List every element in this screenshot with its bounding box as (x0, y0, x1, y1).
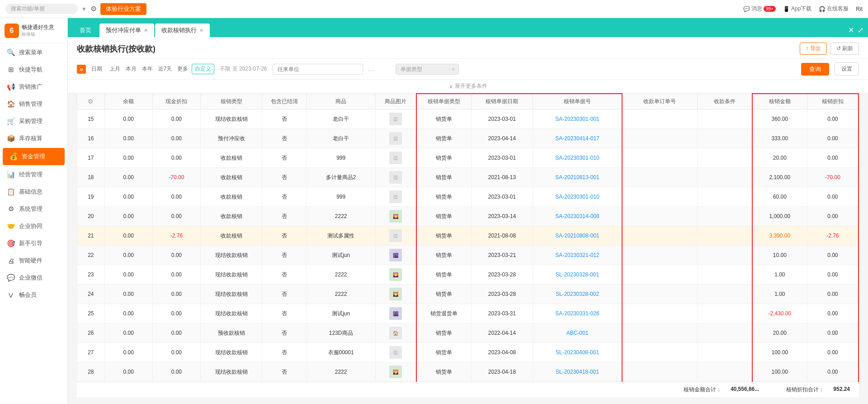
th-goods: 商品 (307, 94, 375, 109)
tab-home[interactable]: 首页 (72, 24, 99, 37)
bill-no-link[interactable]: SA-20230301-001 (555, 116, 599, 122)
cell-receipt-cond (698, 168, 752, 187)
sidebar-item-base[interactable]: 📋 基础信息 (0, 183, 67, 200)
user-name[interactable]: Rit (856, 6, 863, 12)
bill-no-link[interactable]: SA-20230331-026 (555, 310, 599, 317)
cell-bill-no: SL-20230408-001 (533, 343, 622, 362)
date-btn-more[interactable]: 更多 (175, 64, 190, 74)
bill-no-link[interactable]: SA-20230301-010 (555, 155, 599, 161)
cell-bill-date: 2021-08-08 (471, 226, 533, 246)
tab-receipt[interactable]: 收款核销执行 ✕ (155, 24, 210, 37)
bill-no-link[interactable]: SA-20230314-008 (555, 213, 599, 219)
date-btn-this-year[interactable]: 本年 (140, 64, 155, 74)
refresh-button[interactable]: ↺ 刷新 (830, 43, 859, 55)
export-button[interactable]: ↑ 导出 (800, 43, 826, 55)
cell-discount: 0.00 (152, 148, 200, 168)
tab-prepay-close-icon[interactable]: ✕ (144, 28, 148, 33)
sidebar-item-capital[interactable]: 💰 资金管理 (3, 148, 65, 165)
table-row: 26 0.00 0.00 预收款核销 否 123D商品 🏠 销货单 2022-0… (77, 323, 859, 343)
logo-sub: 标推版 (22, 31, 54, 38)
bill-no-link[interactable]: SL-20230328-002 (556, 291, 599, 297)
settings-gear-icon[interactable]: ⚙ (90, 5, 97, 13)
cell-goods: 2222 (307, 207, 375, 226)
cell-goods: 2222 (307, 265, 375, 285)
cell-seq: 18 (77, 168, 105, 187)
sidebar-item-quick[interactable]: ⊞ 快捷导航 (0, 61, 67, 78)
top-search-box[interactable]: 搜索功能/单据 (5, 4, 78, 14)
sidebar-item-purchase[interactable]: 🛒 采购管理 (0, 113, 67, 130)
date-btn-custom[interactable]: 自定义 (192, 64, 214, 74)
bill-no-link[interactable]: ABC-001 (566, 330, 589, 336)
bill-no-link[interactable]: SA-20230301-010 (555, 194, 599, 200)
cell-goods: 老白干 (307, 109, 375, 129)
tab-expand-icon[interactable]: ⤢ (858, 26, 863, 34)
sidebar-item-collab[interactable]: 🤝 企业协同 (0, 218, 67, 235)
date-btn-last-month[interactable]: 上月 (108, 64, 122, 74)
headset-icon: 🎧 (819, 6, 826, 12)
bill-no-link[interactable]: SA-20210813-001 (555, 174, 599, 181)
type-filter-select[interactable]: 单据类型 (396, 64, 459, 75)
sidebar-item-system[interactable]: ⚙ 系统管理 (0, 200, 67, 218)
main-content: 首页 预付冲应付单 ✕ 收款核销执行 ✕ ✕ ⤢ 收款核销执行(按收款) ↑ (68, 18, 868, 404)
cell-bill-date: 2023-04-14 (471, 129, 533, 148)
tab-receipt-close-icon[interactable]: ✕ (199, 28, 203, 33)
cell-bill-type: 销货单 (416, 285, 471, 304)
bill-no-link[interactable]: SA-20230321-012 (555, 252, 599, 258)
cell-type: 现结收款核销 (200, 109, 262, 129)
tab-prepay[interactable]: 预付冲应付单 ✕ (99, 24, 154, 37)
th-seq[interactable]: ⚙ (77, 94, 105, 109)
table-container[interactable]: ⚙ 余额 现金折扣 核销类型 包含已结清 商品 商品图片 核销单据类型 核销单据… (68, 93, 868, 404)
bill-no-link[interactable]: SA-20210808-001 (555, 233, 599, 239)
table-row: 28 0.00 0.00 现结收款核销 否 2222 🌄 销货单 2023-04… (77, 362, 859, 382)
table-row: 19 0.00 0.00 收款核销 否 999 🖼 销货单 2023-03-01… (77, 187, 859, 207)
bill-no-link[interactable]: SL-20230408-001 (556, 349, 599, 356)
sidebar-label-smart: 智能硬件 (19, 257, 42, 265)
message-area[interactable]: 💬 消息 99+ (743, 5, 776, 13)
query-button[interactable]: 查询 (801, 63, 829, 76)
cell-img: 🖼 (375, 226, 416, 246)
sidebar-item-member[interactable]: V 畅会员 (0, 286, 67, 304)
bill-no-link[interactable]: SA-20230414-017 (555, 135, 599, 142)
unit-filter-input[interactable] (273, 64, 363, 75)
sidebar-label-member: 畅会员 (19, 291, 37, 299)
cell-bill-type: 销货单 (416, 265, 471, 285)
cell-bill-date: 2023-03-21 (471, 246, 533, 265)
app-download[interactable]: 📱 App下载 (783, 5, 811, 13)
expand-more-button[interactable]: ∨ 展开更多条件 (449, 82, 487, 90)
sidebar-item-operation[interactable]: 📊 经营管理 (0, 166, 67, 183)
solution-button[interactable]: 体验行业方案 (100, 3, 146, 15)
sidebar-item-wechat[interactable]: 💬 企业微信 (0, 269, 67, 286)
cell-bill-no: SA-20230301-010 (533, 148, 622, 168)
table-footer: 核销金额合计： 40,556,66... 核销折扣合计： 952.24 (77, 382, 859, 397)
table-row: 16 0.00 0.00 预付冲应收 否 老白干 🖼 销货单 2023-04-1… (77, 129, 859, 148)
settings-button[interactable]: 设置 (835, 62, 859, 76)
online-service[interactable]: 🎧 在线客服 (819, 5, 849, 13)
date-btn-7days[interactable]: 近7天 (156, 64, 174, 74)
tab-bar-actions: ✕ ⤢ (848, 26, 863, 37)
dropdown-arrow-icon: ▼ (81, 6, 87, 12)
cell-discount: 0.00 (152, 246, 200, 265)
sidebar-item-sales[interactable]: 🏠 销售管理 (0, 95, 67, 113)
sidebar-item-smart[interactable]: 🖨 智能硬件 (0, 252, 67, 269)
cell-settled: 否 (262, 304, 307, 323)
th-receipt-cond: 收款条件 (698, 94, 752, 109)
filter-expand-button[interactable]: » (77, 65, 86, 74)
cell-img: 🌆 (375, 304, 416, 323)
tab-close-all-icon[interactable]: ✕ (848, 26, 854, 34)
sidebar-item-guide[interactable]: 🎯 新手引导 (0, 235, 67, 252)
cell-bill-date: 2023-04-08 (471, 343, 533, 362)
cell-bill-no: SA-20230301-010 (533, 187, 622, 207)
sidebar-item-inventory[interactable]: 📦 库存核算 (0, 130, 67, 147)
column-gear-icon[interactable]: ⚙ (88, 98, 94, 105)
cell-balance: 0.00 (104, 129, 152, 148)
cell-bill-no: SA-20210813-001 (533, 168, 622, 187)
cell-receipt-cond (698, 265, 752, 285)
bill-no-link[interactable]: SL-20230328-001 (556, 271, 599, 278)
cell-disc: 0.00 (807, 207, 859, 226)
bill-no-link[interactable]: SL-20230418-001 (556, 369, 599, 375)
sidebar-item-search[interactable]: 🔍 搜索菜单 (0, 44, 67, 61)
cell-img: 🖼 (375, 109, 416, 129)
date-btn-this-month[interactable]: 本月 (124, 64, 138, 74)
top-bar-right: 💬 消息 99+ 📱 App下载 🎧 在线客服 Rit (743, 5, 863, 13)
sidebar-item-marketing[interactable]: 📢 营销推广 (0, 78, 67, 95)
